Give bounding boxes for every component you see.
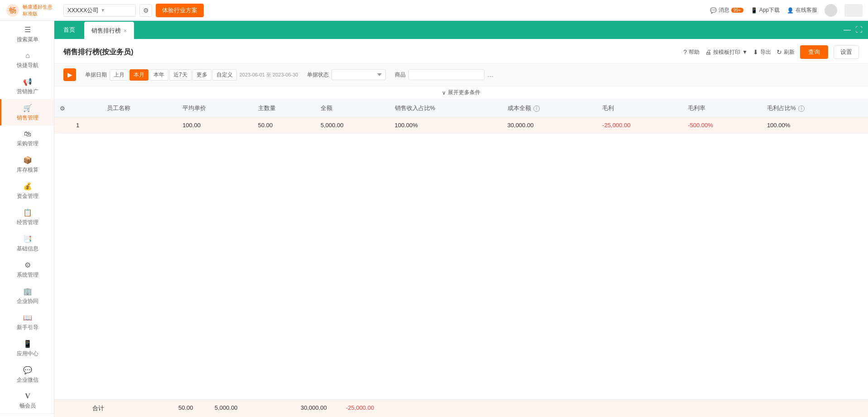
sidebar-item-apps[interactable]: 📱 应用中心 bbox=[0, 335, 54, 361]
messages-label: 消息 bbox=[719, 6, 729, 14]
footer-label: 合计 bbox=[87, 404, 132, 412]
status-select[interactable] bbox=[331, 69, 386, 80]
sidebar-item-member[interactable]: V 畅会员 bbox=[0, 388, 54, 413]
sidebar-item-operation[interactable]: 📋 经营管理 bbox=[0, 204, 54, 230]
date-prev-month[interactable]: 上月 bbox=[110, 69, 129, 81]
cell-name bbox=[101, 117, 177, 134]
sidebar-item-wechat[interactable]: 💬 企业微信 bbox=[0, 361, 54, 388]
app-download-label: App下载 bbox=[759, 6, 780, 14]
app-download-button[interactable]: 📱 App下载 bbox=[751, 6, 780, 14]
footer-empty-col bbox=[60, 404, 73, 412]
inventory-icon: 📦 bbox=[23, 156, 32, 164]
page-settings-button[interactable]: 设置 bbox=[834, 45, 859, 59]
query-button[interactable]: 查询 bbox=[800, 45, 828, 59]
table-wrapper: ⚙ 员工名称 平均单价 主数量 全额 销售收入占比% 成本全额 i bbox=[54, 100, 868, 399]
tab-minimize-icon[interactable]: — bbox=[844, 26, 851, 34]
date-custom[interactable]: 自定义 bbox=[212, 69, 237, 81]
sidebar-item-label: 快捷导航 bbox=[17, 62, 38, 69]
col-cost: 成本全额 i bbox=[502, 100, 597, 117]
filter-expand-arrow[interactable]: ▶ bbox=[63, 68, 76, 81]
user-menu[interactable] bbox=[844, 4, 863, 17]
table-settings-icon[interactable]: ⚙ bbox=[60, 105, 65, 112]
cell-profit-pct: 100.00% bbox=[762, 117, 868, 134]
export-button[interactable]: ⬇ 导出 bbox=[753, 48, 771, 56]
cell-avg-price: 100.00 bbox=[177, 117, 253, 134]
expand-conditions-button[interactable]: ∨ 展开更多条件 bbox=[442, 89, 480, 96]
help-icon: ? bbox=[683, 48, 687, 56]
sidebar: ☰ 搜索菜单 ⌂ 快捷导航 📢 营销推广 🛒 销售管理 🛍 采购管理 📦 库存核… bbox=[0, 21, 54, 417]
avatar[interactable] bbox=[825, 4, 837, 17]
footer-amount: 5,000.00 bbox=[209, 404, 250, 412]
experience-button[interactable]: 体验行业方案 bbox=[156, 4, 204, 17]
sidebar-item-quick-nav[interactable]: ⌂ 快捷导航 bbox=[0, 47, 54, 73]
page-content: 销售排行榜(按业务员) ? 帮助 🖨 按模板打印 ▼ ⬇ 导出 bbox=[54, 39, 868, 417]
footer-profit: -25,000.00 bbox=[340, 404, 386, 412]
ellipsis-button[interactable]: ... bbox=[487, 71, 493, 79]
table-header: ⚙ 员工名称 平均单价 主数量 全额 销售收入占比% 成本全额 i bbox=[54, 100, 868, 117]
cell-cost: 30,000.00 bbox=[502, 117, 597, 134]
tab-sales-ranking[interactable]: 销售排行榜 × bbox=[84, 22, 134, 40]
date-cur-year[interactable]: 本年 bbox=[149, 69, 168, 81]
date-7days[interactable]: 近7天 bbox=[169, 69, 192, 81]
print-button[interactable]: 🖨 按模板打印 ▼ bbox=[705, 48, 748, 56]
date-filter-label: 单据日期 bbox=[85, 71, 107, 79]
sidebar-item-label: 采购管理 bbox=[17, 140, 38, 148]
goods-input[interactable] bbox=[408, 69, 484, 80]
col-margin: 毛利率 bbox=[682, 100, 762, 117]
logo-icon: 畅 bbox=[5, 3, 20, 18]
sidebar-item-system[interactable]: ⚙ 系统管理 bbox=[0, 256, 54, 283]
sidebar-item-purchase[interactable]: 🛍 采购管理 bbox=[0, 125, 54, 151]
col-settings[interactable]: ⚙ bbox=[54, 100, 71, 117]
sidebar-item-finance[interactable]: 💰 资金管理 bbox=[0, 177, 54, 204]
footer-cost: 30,000.00 bbox=[295, 404, 340, 412]
service-icon: 👤 bbox=[787, 7, 794, 14]
message-icon: 💬 bbox=[710, 7, 717, 14]
enterprise-icon: 🏢 bbox=[23, 287, 32, 296]
service-label: 在线客服 bbox=[796, 6, 817, 14]
help-button[interactable]: ? 帮助 bbox=[683, 48, 700, 56]
print-chevron-icon[interactable]: ▼ bbox=[742, 49, 748, 55]
sidebar-item-sales[interactable]: 🛒 销售管理 bbox=[0, 99, 54, 125]
messages-button[interactable]: 💬 消息 99+ bbox=[710, 6, 743, 14]
company-name: XXXXX公司 bbox=[67, 6, 99, 14]
sidebar-item-basic[interactable]: 📑 基础信息 bbox=[0, 230, 54, 256]
cell-quantity: 50.00 bbox=[253, 117, 315, 134]
filter-date-item: 单据日期 上月 本月 本年 近7天 更多 自定义 2023-06-01 至 20… bbox=[85, 69, 298, 81]
page-header-actions: ? 帮助 🖨 按模板打印 ▼ ⬇ 导出 ↻ 刷新 bbox=[683, 45, 859, 59]
help-label: 帮助 bbox=[689, 48, 700, 56]
tab-home[interactable]: 首页 bbox=[54, 21, 84, 39]
message-badge: 99+ bbox=[731, 8, 743, 13]
sidebar-item-marketing[interactable]: 📢 营销推广 bbox=[0, 73, 54, 99]
tab-expand-icon[interactable]: ⛶ bbox=[855, 26, 863, 34]
tab-close-icon[interactable]: × bbox=[124, 28, 127, 34]
online-service-button[interactable]: 👤 在线客服 bbox=[787, 6, 817, 14]
cost-info-icon[interactable]: i bbox=[533, 105, 540, 112]
footer-sales-pct-col bbox=[250, 404, 295, 412]
table-body: 1 100.00 50.00 5,000.00 100.00% 30,000.0… bbox=[54, 117, 868, 134]
date-cur-month[interactable]: 本月 bbox=[129, 69, 149, 81]
date-more[interactable]: 更多 bbox=[192, 69, 211, 81]
sidebar-item-search-order[interactable]: ☰ 搜索菜单 bbox=[0, 21, 54, 47]
table-footer: 合计 50.00 5,000.00 30,000.00 -25,000.00 bbox=[54, 399, 868, 417]
sidebar-item-enterprise[interactable]: 🏢 企业协同 bbox=[0, 283, 54, 309]
cell-rank: 1 bbox=[71, 117, 101, 134]
chevron-down-icon: ▼ bbox=[101, 8, 105, 13]
tab-bar-right: — ⛶ bbox=[844, 26, 868, 34]
sidebar-item-label: 营销推广 bbox=[17, 88, 38, 96]
expand-more-bar: ∨ 展开更多条件 bbox=[54, 86, 868, 100]
cell-margin: -500.00% bbox=[682, 117, 762, 134]
sidebar-item-inventory[interactable]: 📦 库存核算 bbox=[0, 151, 54, 177]
profit-pct-info-icon[interactable]: i bbox=[798, 105, 805, 112]
sidebar-item-guide[interactable]: 📖 新手引导 bbox=[0, 309, 54, 335]
sidebar-item-label: 企业微信 bbox=[17, 376, 38, 384]
wechat-icon: 💬 bbox=[23, 366, 32, 374]
filter-bar: ▶ 单据日期 上月 本月 本年 近7天 更多 自定义 2023- bbox=[54, 64, 868, 86]
company-selector[interactable]: XXXXX公司 ▼ bbox=[63, 4, 136, 17]
cell-profit: -25,000.00 bbox=[597, 117, 682, 134]
apps-icon: 📱 bbox=[23, 340, 32, 348]
marketing-icon: 📢 bbox=[23, 77, 32, 86]
col-profit-pct: 毛利占比% i bbox=[762, 100, 868, 117]
settings-gear-button[interactable]: ⚙ bbox=[139, 4, 152, 17]
refresh-button[interactable]: ↻ 刷新 bbox=[777, 48, 795, 56]
footer-profit-pct-col bbox=[427, 404, 467, 412]
